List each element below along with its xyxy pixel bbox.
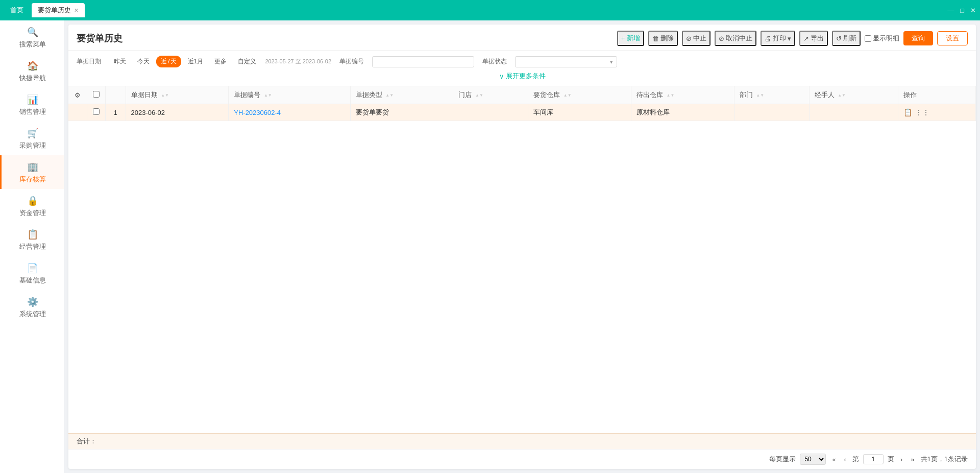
show-detail-toggle[interactable]: 显示明细 (865, 34, 899, 43)
per-page-select[interactable]: 50 20 100 (800, 454, 826, 465)
sidebar-item-inventory-calc[interactable]: 🏢 库存核算 (0, 155, 64, 189)
sidebar-item-system-mgmt[interactable]: ⚙️ 系统管理 (0, 290, 64, 324)
sidebar-item-search-menu-label: 搜索菜单 (19, 40, 46, 49)
tab-requisition-history[interactable]: 要货单历史 ✕ (32, 3, 85, 17)
sort-icon-doc-no: ▲▼ (264, 93, 272, 98)
th-store[interactable]: 门店 ▲▼ (453, 86, 528, 104)
row-edit-icon[interactable]: 📋 (903, 108, 912, 116)
th-pending-warehouse[interactable]: 待出仓库 ▲▼ (631, 86, 734, 104)
sales-mgmt-icon: 📊 (27, 94, 38, 105)
sidebar-item-finance-mgmt[interactable]: 🔒 资金管理 (0, 189, 64, 223)
th-handler[interactable]: 经手人 ▲▼ (809, 86, 898, 104)
sort-icon-store: ▲▼ (475, 93, 483, 98)
refresh-button-label: 刷新 (843, 34, 856, 43)
row-checkbox[interactable] (93, 108, 100, 115)
sidebar-item-purchase-mgmt[interactable]: 🛒 采购管理 (0, 122, 64, 155)
close-icon[interactable]: ✕ (970, 7, 976, 14)
show-detail-checkbox[interactable] (865, 35, 871, 42)
delete-button[interactable]: 🗑 删除 (648, 31, 678, 46)
th-doc-date[interactable]: 单据日期 ▲▼ (126, 86, 229, 104)
inventory-calc-icon: 🏢 (27, 161, 38, 173)
per-page-label: 每页显示 (769, 455, 796, 464)
sidebar-item-quick-nav-label: 快捷导航 (19, 74, 46, 83)
th-handler-label: 经手人 (815, 91, 835, 99)
settings-button-label: 设置 (946, 34, 959, 42)
date-btn-7days[interactable]: 近7天 (156, 56, 181, 67)
cancel-stop-icon: ⊘ (719, 35, 724, 42)
purchase-mgmt-icon: 🛒 (27, 128, 38, 139)
next-page-btn[interactable]: › (898, 455, 904, 464)
date-btn-custom[interactable]: 自定义 (233, 56, 261, 67)
tab-home-label: 首页 (10, 6, 23, 15)
query-button-label: 查询 (912, 34, 925, 42)
th-checkbox (87, 86, 105, 104)
date-btn-more[interactable]: 更多 (210, 56, 231, 67)
th-settings[interactable]: ⚙ (68, 86, 87, 104)
main-layout: 🔍 搜索菜单 🏠 快捷导航 📊 销售管理 🛒 采购管理 🏢 库存核算 🔒 资金管… (0, 20, 980, 473)
maximize-icon[interactable]: □ (960, 7, 964, 14)
table-header-row: ⚙ 单据日期 ▲▼ 单据编号 ▲▼ (68, 86, 976, 104)
doc-no-input[interactable] (372, 56, 474, 67)
td-num: 1 (105, 104, 126, 121)
page-number-input[interactable] (863, 454, 884, 464)
table-container: ⚙ 单据日期 ▲▼ 单据编号 ▲▼ (68, 86, 976, 433)
sidebar-item-operations-mgmt[interactable]: 📋 经营管理 (0, 223, 64, 256)
close-tab-icon[interactable]: ✕ (74, 7, 79, 14)
export-icon: ↗ (803, 35, 809, 42)
th-req-warehouse[interactable]: 要货仓库 ▲▼ (528, 86, 631, 104)
status-select[interactable] (515, 56, 617, 67)
date-range-display: 2023-05-27 至 2023-06-02 (265, 58, 331, 65)
window-controls: — □ ✕ (947, 7, 976, 14)
th-doc-type[interactable]: 单据类型 ▲▼ (350, 86, 453, 104)
table-row: 1 2023-06-02 YH-20230602-4 要货单要货 (68, 104, 976, 121)
prev-page-btn[interactable]: ‹ (842, 455, 848, 464)
minimize-icon[interactable]: — (947, 7, 954, 14)
export-button[interactable]: ↗ 导出 (799, 31, 828, 46)
row-doc-no-link[interactable]: YH-20230602-4 (234, 109, 281, 116)
sidebar-item-basic-info[interactable]: 📄 基础信息 (0, 256, 64, 290)
sidebar-item-operations-mgmt-label: 经营管理 (19, 242, 46, 251)
sidebar-item-sales-mgmt[interactable]: 📊 销售管理 (0, 88, 64, 122)
page-header: 要货单历史 + 新增 🗑 删除 ⊘ 中止 ⊘ 取消中止 🖨 (68, 25, 976, 51)
content-area: 要货单历史 + 新增 🗑 删除 ⊘ 中止 ⊘ 取消中止 🖨 (68, 25, 976, 469)
stop-button[interactable]: ⊘ 中止 (682, 31, 710, 46)
td-doc-date: 2023-06-02 (126, 104, 229, 121)
print-chevron-icon: ▾ (788, 35, 791, 42)
date-btn-1month[interactable]: 近1月 (183, 56, 208, 67)
sidebar-item-quick-nav[interactable]: 🏠 快捷导航 (0, 54, 64, 88)
th-store-label: 门店 (458, 91, 472, 99)
stop-button-label: 中止 (693, 34, 706, 43)
sidebar-item-search-menu[interactable]: 🔍 搜索菜单 (0, 20, 64, 54)
page-suffix: 页 (888, 455, 894, 464)
first-page-btn[interactable]: « (830, 455, 838, 464)
query-button[interactable]: 查询 (903, 31, 933, 45)
td-settings (68, 104, 87, 121)
last-page-btn[interactable]: » (909, 455, 916, 464)
row-more-icon[interactable]: ⋮⋮ (915, 108, 929, 116)
print-button[interactable]: 🖨 打印 ▾ (761, 31, 795, 46)
date-btn-today[interactable]: 今天 (133, 56, 154, 67)
cancel-stop-button-label: 取消中止 (726, 34, 752, 43)
toolbar: + 新增 🗑 删除 ⊘ 中止 ⊘ 取消中止 🖨 打印 ▾ (617, 31, 968, 46)
refresh-button[interactable]: ↺ 刷新 (832, 31, 861, 46)
th-pending-warehouse-label: 待出仓库 (636, 91, 663, 99)
th-ops: 操作 (898, 86, 975, 104)
new-button[interactable]: + 新增 (617, 31, 644, 46)
expand-more-btn[interactable]: ∨ 展开更多条件 (77, 69, 968, 81)
stop-icon: ⊘ (686, 35, 692, 42)
tab-home[interactable]: 首页 (4, 3, 30, 17)
basic-info-icon: 📄 (27, 263, 38, 274)
cancel-stop-button[interactable]: ⊘ 取消中止 (715, 31, 756, 46)
settings-button[interactable]: 设置 (937, 31, 968, 45)
th-doc-no[interactable]: 单据编号 ▲▼ (229, 86, 350, 104)
sidebar-item-system-mgmt-label: 系统管理 (19, 310, 46, 319)
th-department[interactable]: 部门 ▲▼ (734, 86, 809, 104)
td-store (453, 104, 528, 121)
total-label: 合计： (77, 437, 96, 445)
date-filter-label: 单据日期 (77, 57, 101, 66)
sidebar-item-inventory-calc-label: 库存核算 (19, 175, 46, 184)
sidebar-item-finance-mgmt-label: 资金管理 (19, 208, 46, 218)
tab-requisition-history-label: 要货单历史 (38, 6, 71, 15)
select-all-checkbox[interactable] (93, 91, 100, 98)
date-btn-yesterday[interactable]: 昨天 (109, 56, 131, 67)
